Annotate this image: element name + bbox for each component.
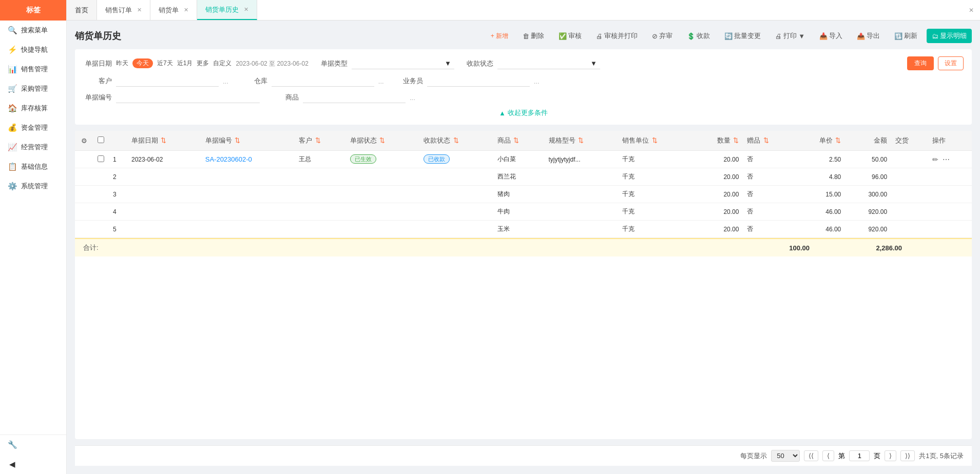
tab-sales-history-close[interactable]: ✕ xyxy=(244,6,248,13)
prev-page-btn[interactable]: ⟨ xyxy=(822,450,834,461)
col-unit-price-label: 单价 xyxy=(819,136,833,144)
delete-button[interactable]: 🗑 删除 xyxy=(517,29,549,43)
refresh-icon: 🔃 xyxy=(894,32,902,40)
table-card: ⚙ 单据日期 ⇅ 单据编号 ⇅ xyxy=(75,131,972,439)
col-collect-status[interactable]: 收款状态 ⇅ xyxy=(419,131,493,151)
col-doc-status[interactable]: 单据状态 ⇅ xyxy=(346,131,420,151)
col-quantity-label: 数量 xyxy=(717,136,731,144)
tab-sales-goods-close[interactable]: ✕ xyxy=(184,7,188,13)
doc-no-link[interactable]: SA-20230602-0 xyxy=(205,155,252,163)
select-all-checkbox[interactable] xyxy=(98,136,104,143)
cell-customer xyxy=(295,221,345,238)
shortcut-custom[interactable]: 自定义 xyxy=(213,59,232,68)
batch-change-button[interactable]: 🔄 批量变更 xyxy=(719,29,766,43)
customer-input[interactable] xyxy=(116,75,219,87)
export-button[interactable]: 📤 导出 xyxy=(852,29,885,43)
last-page-btn[interactable]: ⟩⟩ xyxy=(900,450,915,461)
tab-home[interactable]: 首页 xyxy=(67,0,97,20)
tab-sales-order-label: 销售订单 xyxy=(105,6,132,15)
shortcut-1month[interactable]: 近1月 xyxy=(177,59,193,68)
sidebar-item-sales-mgmt[interactable]: 📊 销售管理 xyxy=(0,60,66,79)
salesperson-ellipsis[interactable]: ... xyxy=(534,77,540,85)
col-unit-price[interactable]: 单价 ⇅ xyxy=(794,131,845,151)
col-quantity[interactable]: 数量 ⇅ xyxy=(692,131,743,151)
cell-action xyxy=(928,203,972,221)
cell-amount: 50.00 xyxy=(845,151,891,168)
shortcut-more[interactable]: 更多 xyxy=(197,59,209,68)
col-sales-unit-sort: ⇅ xyxy=(652,136,658,144)
refresh-button[interactable]: 🔃 刷新 xyxy=(889,29,923,43)
shortcut-7days[interactable]: 近7天 xyxy=(157,59,173,68)
review-button[interactable]: ✅ 审核 xyxy=(553,29,587,43)
col-action: 操作 xyxy=(928,131,972,151)
table-settings-icon[interactable]: ⚙ xyxy=(81,137,87,145)
import-icon: 📥 xyxy=(819,32,828,40)
shortcut-today[interactable]: 今天 xyxy=(132,58,153,68)
tab-sales-goods[interactable]: 销货单 ✕ xyxy=(150,0,197,20)
more-icon[interactable]: ⋯ xyxy=(943,155,950,164)
col-doc-no[interactable]: 单据编号 ⇅ xyxy=(201,131,295,151)
row-checkbox[interactable] xyxy=(98,155,104,162)
salesperson-input[interactable] xyxy=(427,75,530,87)
sidebar-item-search-menu[interactable]: 🔍 搜索菜单 xyxy=(0,21,66,40)
inventory-calc-icon: 🏠 xyxy=(8,104,17,113)
settings-bottom-icon: 🔧 xyxy=(8,440,17,449)
sidebar-item-basic-info[interactable]: 📋 基础信息 xyxy=(0,157,66,176)
sidebar-item-quick-nav[interactable]: ⚡ 快捷导航 xyxy=(0,40,66,60)
col-transaction-label: 交货 xyxy=(895,136,909,144)
customer-ellipsis[interactable]: ... xyxy=(223,77,228,85)
sidebar-item-operations-mgmt[interactable]: 📈 经营管理 xyxy=(0,137,66,157)
col-spec-type[interactable]: 规格型号 ⇅ xyxy=(545,131,619,151)
display-detail-button[interactable]: 🗂 显示明细 xyxy=(927,29,972,43)
per-page-select[interactable]: 50 100 200 xyxy=(771,450,800,462)
cell-sales-unit: 千克 xyxy=(618,186,692,203)
sidebar-item-fund-mgmt[interactable]: 💰 资金管理 xyxy=(0,118,66,137)
filter-setting-button[interactable]: 设置 xyxy=(938,56,964,70)
tab-sales-history[interactable]: 销货单历史 ✕ xyxy=(197,0,257,20)
review-print-icon: 🖨 xyxy=(596,32,603,40)
page-number-input[interactable] xyxy=(849,450,870,461)
sidebar-bottom-settings[interactable]: 🔧 xyxy=(0,435,66,455)
filter-row-1: 单据日期 昨天 今天 近7天 近1月 更多 自定义 2023-06-02 至 2… xyxy=(83,56,964,70)
shortcut-yesterday[interactable]: 昨天 xyxy=(116,59,128,68)
review-print-button[interactable]: 🖨 审核并打印 xyxy=(591,29,643,43)
cell-doc-no xyxy=(201,221,295,238)
col-sales-unit[interactable]: 销售单位 ⇅ xyxy=(618,131,692,151)
collect-button[interactable]: 💲 收款 xyxy=(682,29,715,43)
date-shortcuts: 昨天 今天 近7天 近1月 更多 自定义 xyxy=(116,58,232,68)
cell-settings xyxy=(75,186,93,203)
product-ellipsis[interactable]: ... xyxy=(410,94,415,102)
sidebar-item-purchase-mgmt[interactable]: 🛒 采购管理 xyxy=(0,79,66,98)
col-transaction: 交货 xyxy=(891,131,928,151)
edit-icon[interactable]: ✏ xyxy=(932,155,938,164)
col-customer[interactable]: 客户 ⇅ xyxy=(295,131,345,151)
query-button[interactable]: 查询 xyxy=(907,56,934,70)
new-button[interactable]: + 新增 xyxy=(486,29,513,43)
tab-sales-order[interactable]: 销售订单 ✕ xyxy=(97,0,150,20)
next-page-btn[interactable]: ⟩ xyxy=(885,450,896,461)
sidebar-item-inventory-calc[interactable]: 🏠 库存核算 xyxy=(0,98,66,118)
collapse-filter-btn[interactable]: ▲ 收起更多条件 xyxy=(83,108,964,117)
collect-status-dropdown-icon: ▼ xyxy=(590,60,597,67)
col-doc-date[interactable]: 单据日期 ⇅ xyxy=(127,131,201,151)
col-product[interactable]: 商品 ⇅ xyxy=(493,131,544,151)
abandon-button[interactable]: ⊘ 弃审 xyxy=(647,29,678,43)
tab-close-all[interactable]: ✕ xyxy=(963,0,980,20)
sidebar-collapse-btn[interactable]: ◀ xyxy=(0,455,66,474)
first-page-btn[interactable]: ⟨⟨ xyxy=(804,450,818,461)
cell-unit-price: 46.00 xyxy=(794,221,845,238)
print-button[interactable]: 🖨 打印 ▼ xyxy=(770,29,810,43)
doc-type-select[interactable]: ▼ xyxy=(352,58,454,69)
product-input[interactable] xyxy=(303,92,406,103)
import-button[interactable]: 📥 导入 xyxy=(814,29,848,43)
cell-gift: 否 xyxy=(743,186,794,203)
cell-unit-price: 15.00 xyxy=(794,186,845,203)
tab-sales-order-close[interactable]: ✕ xyxy=(137,7,142,13)
collect-status-select[interactable]: ▼ xyxy=(497,58,600,69)
doc-no-input[interactable] xyxy=(116,92,260,103)
col-gift[interactable]: 赠品 ⇅ xyxy=(743,131,794,151)
warehouse-ellipsis[interactable]: ... xyxy=(378,77,384,85)
col-settings[interactable]: ⚙ xyxy=(75,131,93,151)
warehouse-input[interactable] xyxy=(272,75,374,87)
sidebar-item-system-mgmt[interactable]: ⚙️ 系统管理 xyxy=(0,176,66,196)
